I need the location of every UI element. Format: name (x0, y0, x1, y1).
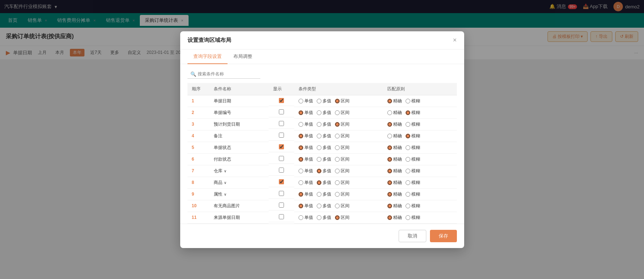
dialog-close-button[interactable]: × (453, 36, 457, 44)
tab-query-fields[interactable]: 查询字段设置 (187, 50, 228, 60)
settings-dialog: 设置查询区域布局 × 查询字段设置 布局调整 🔍 (180, 31, 464, 60)
dialog-overlay: 设置查询区域布局 × 查询字段设置 布局调整 🔍 (0, 0, 644, 60)
dialog-tabs: 查询字段设置 布局调整 (180, 50, 464, 60)
tab-layout-adjust-label: 布局调整 (233, 54, 252, 59)
dialog-title: 设置查询区域布局 (187, 37, 231, 44)
tab-query-fields-label: 查询字段设置 (193, 54, 222, 59)
dialog-header: 设置查询区域布局 × (180, 31, 464, 50)
tab-layout-adjust[interactable]: 布局调整 (228, 50, 258, 60)
